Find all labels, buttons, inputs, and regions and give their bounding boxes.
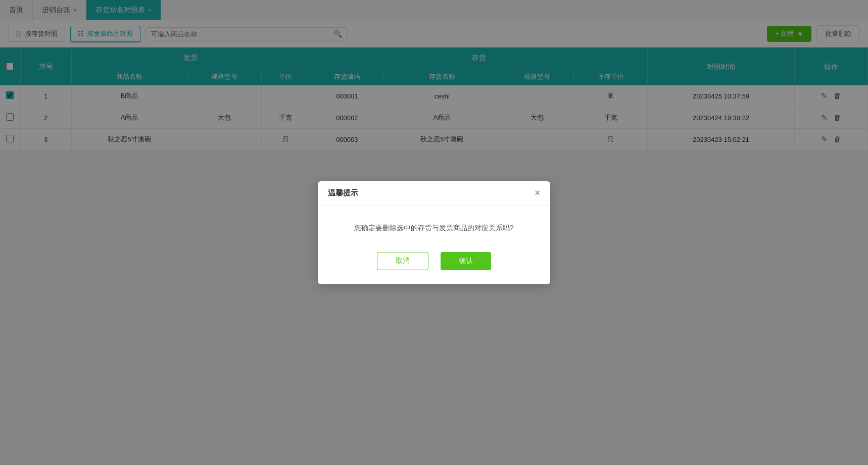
- dialog-overlay: 温馨提示 × 您确定要删除选中的存货与发票商品的对应关系吗? 取消 确认: [0, 0, 868, 150]
